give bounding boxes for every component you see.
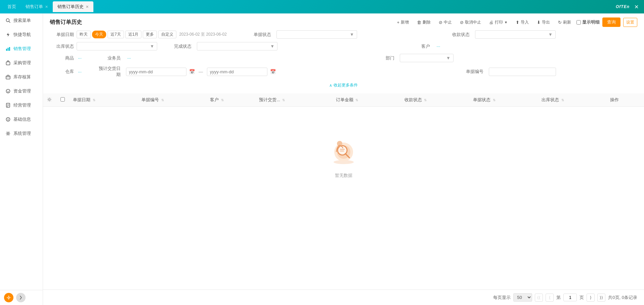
display-density-toggle[interactable]: 显示明细	[576, 19, 600, 25]
th-order-amount[interactable]: 订单金额 ⇅	[332, 93, 400, 107]
import-icon: ⬆	[516, 20, 519, 25]
customer-label: 客户	[406, 43, 433, 49]
per-page-select[interactable]: 10 20 50 100	[513, 293, 532, 302]
th-doc-status[interactable]: 单据状态 ⇅	[469, 93, 538, 107]
sidebar-item-quick-nav[interactable]: 快捷导航	[0, 28, 43, 42]
date-1month-btn[interactable]: 近1月	[125, 31, 142, 38]
sidebar-item-search[interactable]: 搜索菜单	[0, 13, 43, 28]
sidebar-item-system[interactable]: 系统管理	[0, 126, 43, 141]
import-btn[interactable]: ⬆ 导入	[513, 18, 531, 27]
sidebar-item-management[interactable]: 经营管理	[0, 98, 43, 112]
date-today-btn[interactable]: 今天	[92, 31, 106, 38]
svg-rect-4	[8, 48, 9, 51]
per-page-label: 每页显示	[493, 295, 511, 301]
calendar-to-icon[interactable]: 📅	[270, 69, 276, 74]
tab-sales-order-history[interactable]: 销售订单历史 ✕	[53, 1, 93, 12]
stop-icon: ⊘	[439, 20, 442, 25]
import-btn-label: 导入	[521, 20, 529, 25]
display-density-checkbox[interactable]	[576, 20, 581, 25]
th-settings[interactable]	[43, 93, 56, 107]
current-page-input[interactable]	[563, 294, 577, 301]
new-icon: +	[397, 20, 400, 25]
receipt-status-filter-group: 收款状态 ▼	[445, 30, 637, 39]
brand-label: OfTEn	[616, 4, 630, 9]
delete-icon: 🗑	[417, 20, 421, 25]
empty-state-row: 暂无数据	[43, 107, 644, 206]
tab-sales-order-close[interactable]: ✕	[45, 5, 48, 9]
sidebar-item-sales[interactable]: 销售管理	[0, 42, 43, 56]
salesperson-filter-group: 业务员 ···	[96, 55, 363, 61]
new-btn[interactable]: + 新增	[394, 18, 412, 27]
doc-status-select[interactable]: ▼	[276, 30, 357, 39]
query-btn[interactable]: 查询	[602, 17, 620, 27]
settings-btn[interactable]: 设置	[623, 18, 637, 27]
th-delivery-date[interactable]: 预计交货... ⇅	[255, 93, 332, 107]
delivery-date-from[interactable]	[126, 68, 186, 76]
outbound-status-select[interactable]: ▼	[77, 42, 157, 50]
sidebar-item-purchase[interactable]: 采购管理	[0, 56, 43, 70]
complete-status-dropdown-icon: ▼	[270, 44, 274, 49]
th-order-amount-label: 订单金额	[336, 97, 353, 102]
first-page-btn[interactable]: ⟨⟨	[535, 294, 543, 302]
th-checkbox[interactable]	[56, 93, 69, 107]
receipt-status-select[interactable]: ▼	[475, 30, 556, 39]
table-body: 暂无数据	[43, 107, 644, 206]
calendar-from-icon[interactable]: 📅	[189, 69, 195, 74]
customer-ellipsis[interactable]: ···	[435, 44, 442, 49]
delete-btn[interactable]: 🗑 删除	[414, 18, 433, 27]
sort-doc-date-icon: ⇅	[93, 98, 95, 102]
delivery-date-to[interactable]	[207, 68, 267, 76]
doc-status-label: 单据状态	[247, 32, 274, 38]
goods-ellipsis[interactable]: ···	[77, 55, 83, 61]
goods-label: 商品	[50, 55, 77, 61]
sidebar-item-finance[interactable]: ¥ 资金管理	[0, 84, 43, 98]
sidebar-item-system-label: 系统管理	[13, 130, 31, 137]
sidebar-item-basic-info[interactable]: 基础信息	[0, 112, 43, 126]
print-dropdown-icon: ▼	[504, 21, 508, 24]
customer-filter-group: 客户 ···	[406, 43, 638, 49]
export-btn[interactable]: ⬇ 导出	[534, 18, 553, 27]
sidebar-expand-btn[interactable]	[16, 293, 26, 302]
complete-status-filter-group: 完成状态 ▼	[167, 42, 399, 50]
tab-home[interactable]: 首页	[3, 1, 21, 12]
th-doc-date[interactable]: 单据日期 ⇅	[69, 93, 137, 107]
next-page-btn[interactable]: ⟩	[587, 294, 595, 302]
department-select[interactable]: ▼	[400, 54, 454, 62]
stop-btn[interactable]: ⊘ 中止	[436, 18, 455, 27]
th-receipt-status[interactable]: 收款状态 ⇅	[400, 93, 469, 107]
th-customer[interactable]: 客户 ⇅	[206, 93, 255, 107]
date-yesterday-btn[interactable]: 昨天	[77, 31, 91, 38]
bag-icon	[5, 60, 11, 66]
salesperson-ellipsis[interactable]: ···	[126, 55, 132, 61]
date-custom-btn[interactable]: 自定义	[158, 31, 176, 38]
date-more-btn[interactable]: 更多	[143, 31, 157, 38]
date-7days-btn[interactable]: 近7天	[108, 31, 124, 38]
refresh-btn-label: 刷新	[563, 20, 571, 25]
th-doc-number[interactable]: 单据编号 ⇅	[137, 93, 206, 107]
print-btn[interactable]: 🖨 打印 ▼	[486, 18, 510, 27]
select-all-checkbox[interactable]	[60, 97, 65, 102]
svg-point-18	[8, 297, 10, 299]
tab-sales-order[interactable]: 销售订单 ✕	[21, 1, 53, 12]
warehouse-ellipsis[interactable]: ···	[77, 69, 83, 74]
doc-number-input[interactable]	[489, 68, 556, 76]
topbar-right: OfTEn ✕	[616, 4, 641, 10]
complete-status-select[interactable]: ▼	[197, 42, 277, 50]
sidebar-item-finance-label: 资金管理	[13, 88, 31, 94]
last-page-btn[interactable]: ⟩⟩	[597, 294, 605, 302]
th-outbound-status[interactable]: 出库状态 ⇅	[538, 93, 606, 107]
date-btn-group: 昨天 今天 近7天 近1月 更多 自定义 2023-06-02 至 2023-0…	[77, 31, 227, 38]
th-action: 操作	[606, 93, 644, 107]
collapse-btn[interactable]: ∧ 收起更多条件	[50, 81, 637, 89]
cancel-stop-btn[interactable]: ⊘ 取消中止	[457, 18, 484, 27]
sidebar-settings-btn[interactable]	[4, 293, 13, 302]
receipt-status-dropdown-icon: ▼	[548, 32, 553, 37]
prev-page-btn[interactable]: ⟨	[546, 294, 554, 302]
sidebar-item-inventory[interactable]: 库存核算	[0, 70, 43, 84]
window-close-btn[interactable]: ✕	[634, 4, 639, 10]
refresh-btn[interactable]: ↻ 刷新	[555, 18, 574, 27]
box-icon	[5, 74, 11, 80]
tab-sales-order-history-close[interactable]: ✕	[86, 5, 89, 9]
stop-btn-label: 中止	[444, 20, 452, 25]
svg-point-16	[8, 118, 8, 119]
